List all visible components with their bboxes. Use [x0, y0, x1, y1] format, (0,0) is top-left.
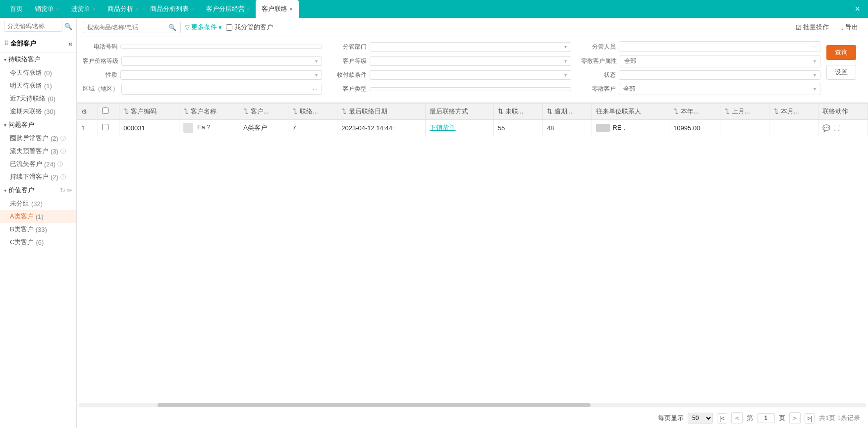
my-customers-checkbox[interactable] [226, 24, 232, 31]
col-check[interactable] [98, 104, 119, 120]
customer-type-input[interactable] [370, 87, 571, 91]
close-customer-segment-tab[interactable]: × [247, 0, 250, 18]
tab-goods-analysis[interactable]: 商品分析 × [102, 0, 144, 18]
sidebar-item-abnormal[interactable]: 囤购异常客户 (2) ⓘ [0, 132, 76, 145]
tab-goods-analysis-list[interactable]: 商品分析列表 × [144, 0, 200, 18]
settings-button[interactable]: 设置 [826, 65, 856, 80]
customer-level-dropdown[interactable]: ▾ [370, 56, 571, 66]
tab-purchase[interactable]: 进货单 × [65, 0, 101, 18]
filter-icon: ▽ [185, 24, 190, 31]
close-goods-analysis-list-tab[interactable]: × [191, 0, 194, 18]
edit-icon[interactable]: ✏ [67, 187, 72, 194]
row-last-method[interactable]: 下销货单 [426, 120, 493, 136]
retail-attr-dropdown[interactable]: 全部 ▾ [620, 55, 820, 67]
page-number-input[interactable] [757, 413, 775, 423]
region-input[interactable]: ··· [121, 84, 322, 95]
filter-row-4: 区域（地区） ··· 客户类型 [83, 83, 820, 95]
message-icon[interactable]: 💬 [822, 124, 830, 132]
dept-arrow-icon: ▾ [564, 44, 567, 50]
row-check[interactable] [98, 120, 119, 136]
sidebar-item-churned[interactable]: 已流失客户 (24) ⓘ [0, 158, 76, 170]
prev-page-button[interactable]: ＜ [731, 412, 743, 424]
row-name[interactable]: Ea ? [179, 120, 239, 136]
close-goods-analysis-tab[interactable]: × [135, 0, 138, 18]
customer-level-label: 客户等级 [332, 57, 367, 65]
next-page-button[interactable]: ＞ [789, 412, 801, 424]
close-customer-contact-tab[interactable]: × [289, 0, 292, 18]
tab-sales[interactable]: 销货单 × [29, 0, 65, 18]
row-checkbox[interactable] [102, 124, 108, 130]
sidebar-all-customers-header[interactable]: ⠿ 全部客户 « [0, 35, 76, 53]
sort-icon-10: ⇅ [773, 107, 779, 115]
my-customers-checkbox-label[interactable]: 我分管的客户 [226, 23, 273, 32]
sidebar-item-b-class[interactable]: B类客户 (33) [0, 223, 76, 236]
sidebar-item-c-class[interactable]: C类客户 (6) [0, 236, 76, 249]
col-this-month[interactable]: ⇅ 本月... [769, 104, 818, 120]
col-this-year[interactable]: ⇅ 本年... [669, 104, 720, 120]
window-close-button[interactable]: × [851, 4, 864, 14]
row-no: 1 [77, 120, 98, 136]
dept-dropdown[interactable]: ▾ [370, 42, 571, 52]
scrollbar-thumb[interactable] [158, 403, 591, 407]
phone-input[interactable] [120, 45, 322, 49]
sidebar-item-tomorrow[interactable]: 明天待联络 (1) [0, 79, 76, 92]
col-last-date[interactable]: ⇅ 最后联络日期 [337, 104, 426, 120]
horizontal-scrollbar[interactable] [77, 402, 868, 408]
batch-operation-button[interactable]: ☑ 批量操作 [792, 21, 833, 34]
export-button[interactable]: ↓ 导出 [837, 21, 863, 34]
filter-cell-dept: 分管部门 ▾ [332, 42, 571, 52]
refresh-icon[interactable]: ↻ [60, 187, 65, 194]
close-purchase-tab[interactable]: × [92, 0, 95, 18]
sidebar-item-declining[interactable]: 持续下滑客户 (2) ⓘ [0, 170, 76, 183]
sidebar-group-pending[interactable]: ▾ 待联络客户 [0, 53, 76, 66]
sidebar-search-input[interactable] [4, 21, 62, 32]
gear-icon[interactable]: ⚙ [81, 108, 87, 115]
close-sales-tab[interactable]: × [56, 0, 59, 18]
sidebar-item-churn-warning[interactable]: 流失预警客户 (3) ⓘ [0, 145, 76, 158]
nature-dropdown[interactable]: ▾ [120, 70, 322, 80]
person-input[interactable]: ··· [619, 41, 820, 52]
per-page-select[interactable]: 50 20 100 [688, 413, 713, 424]
sort-icon-6: ⇅ [498, 107, 503, 115]
select-all-checkbox[interactable] [102, 107, 108, 114]
first-page-button[interactable]: |< [717, 413, 727, 424]
status-dropdown[interactable]: ▾ [619, 70, 820, 80]
col-last-method[interactable]: 最后联络方式 [426, 104, 493, 120]
sidebar-item-overdue[interactable]: 逾期未联络 (30) [0, 105, 76, 118]
col-name[interactable]: ⇅ 客户名称 [179, 104, 239, 120]
arrow-down-icon: ▾ [4, 57, 6, 62]
col-person[interactable]: 往来单位联系人 [592, 104, 669, 120]
col-type[interactable]: ⇅ 客户... [239, 104, 288, 120]
main-search-input[interactable] [87, 24, 166, 31]
status-label: 状态 [581, 71, 616, 79]
sidebar-item-today[interactable]: 今天待联络 (0) [0, 66, 76, 79]
sidebar-collapse-icon[interactable]: « [68, 40, 72, 48]
arrow-down-icon-3: ▾ [4, 188, 6, 193]
tab-customer-contact[interactable]: 客户联络 × [256, 0, 298, 18]
more-filters-button[interactable]: ▽ 更多条件 ▾ [185, 23, 222, 32]
col-uncontacted[interactable]: ⇅ 未联... [493, 104, 542, 120]
scrollbar-track[interactable] [79, 403, 866, 407]
sidebar-item-ungrouped[interactable]: 未分组 (32) [0, 197, 76, 210]
col-last-month[interactable]: ⇅ 上月... [720, 104, 769, 120]
sidebar-item-a-class[interactable]: A类客户 (1) [0, 210, 76, 223]
home-tab[interactable]: 首页 [4, 4, 29, 13]
col-code[interactable]: ⇅ 客户编码 [119, 104, 179, 120]
share-icon[interactable]: ⛶ [833, 124, 840, 132]
retail-customer-dropdown[interactable]: 全部 ▾ [619, 83, 820, 95]
payment-dropdown[interactable]: ▾ [370, 70, 571, 80]
sidebar-group-problem[interactable]: ▾ 问题客户 [0, 118, 76, 132]
last-page-button[interactable]: >| [805, 413, 815, 424]
col-contact[interactable]: ⇅ 联络... [288, 104, 337, 120]
main-search-icon[interactable]: 🔍 [168, 24, 176, 31]
main-search-box[interactable]: 🔍 [83, 22, 181, 33]
sidebar-search-icon[interactable]: 🔍 [64, 23, 72, 30]
col-overdue[interactable]: ⇅ 逾期... [542, 104, 592, 120]
region-label: 区域（地区） [83, 85, 118, 93]
sidebar-group-value[interactable]: ▾ 价值客户 ↻ ✏ [0, 183, 76, 197]
price-level-dropdown[interactable]: ▾ [121, 56, 322, 66]
query-button[interactable]: 查询 [826, 45, 856, 60]
tab-customer-segment[interactable]: 客户分层经营 × [200, 0, 256, 18]
sidebar-item-7days[interactable]: 近7天待联络 (0) [0, 92, 76, 105]
col-gear[interactable]: ⚙ [77, 104, 98, 120]
